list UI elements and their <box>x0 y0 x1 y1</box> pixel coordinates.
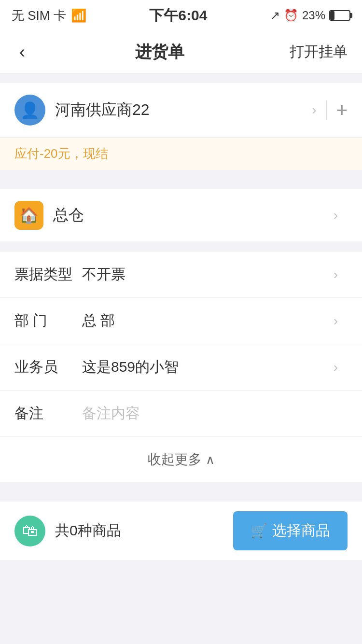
salesperson-value: 这是859的小智 <box>82 357 334 377</box>
notice-bar: 应付-20元，现结 <box>0 138 362 170</box>
warehouse-section: 🏠 总仓 › <box>0 189 362 241</box>
remark-placeholder[interactable]: 备注内容 <box>82 404 348 423</box>
wifi-icon: 📶 <box>71 8 86 23</box>
avatar: 👤 <box>14 95 45 126</box>
supplier-row[interactable]: 👤 河南供应商22 › + <box>0 83 362 138</box>
form-section: 票据类型 不开票 › 部 门 总 部 › 业务员 这是859的小智 › 备注 备… <box>0 251 362 482</box>
department-chevron: › <box>334 313 338 329</box>
invoice-type-value: 不开票 <box>82 265 334 284</box>
bottom-bar: 🛍 共0种商品 🛒 选择商品 <box>0 502 362 560</box>
battery-icon <box>329 10 350 21</box>
open-hang-button[interactable]: 打开挂单 <box>290 42 348 62</box>
nav-bar: ‹ 进货单 打开挂单 <box>0 31 362 73</box>
warehouse-icon: 🏠 <box>19 206 39 224</box>
invoice-type-chevron: › <box>334 267 338 282</box>
divider <box>326 100 327 120</box>
supplier-name: 河南供应商22 <box>55 99 312 121</box>
section-gap-3 <box>0 241 362 251</box>
location-icon: ↗ <box>270 9 280 22</box>
salesperson-row[interactable]: 业务员 这是859的小智 › <box>0 344 362 390</box>
warehouse-icon-wrap: 🏠 <box>14 201 43 230</box>
product-count-label: 共0种商品 <box>55 521 233 541</box>
supplier-section: 👤 河南供应商22 › + 应付-20元，现结 <box>0 83 362 170</box>
supplier-chevron-icon: › <box>312 102 316 118</box>
invoice-type-label: 票据类型 <box>14 265 82 284</box>
warehouse-row[interactable]: 🏠 总仓 › <box>0 189 362 241</box>
department-label: 部 门 <box>14 311 82 331</box>
status-right: ↗ ⏰ 23% <box>270 9 350 22</box>
page-title: 进货单 <box>135 41 184 63</box>
remark-label: 备注 <box>14 404 82 423</box>
section-gap-1 <box>0 73 362 83</box>
select-btn-icon: 🛒 <box>251 523 267 539</box>
select-product-label: 选择商品 <box>272 521 330 541</box>
collapse-label: 收起更多 <box>148 450 202 469</box>
select-product-button[interactable]: 🛒 选择商品 <box>233 511 348 550</box>
back-button[interactable]: ‹ <box>14 37 30 67</box>
salesperson-chevron: › <box>334 360 338 375</box>
avatar-icon: 👤 <box>20 101 40 119</box>
product-icon-wrap: 🛍 <box>14 516 45 546</box>
product-bag-icon: 🛍 <box>22 522 38 540</box>
status-bar: 无 SIM 卡 📶 下午6:04 ↗ ⏰ 23% <box>0 0 362 31</box>
time-label: 下午6:04 <box>149 6 207 26</box>
alarm-icon: ⏰ <box>284 9 298 22</box>
section-gap-4 <box>0 482 362 492</box>
section-gap-2 <box>0 170 362 180</box>
warehouse-name: 总仓 <box>53 205 334 226</box>
collapse-icon: ∧ <box>206 452 215 467</box>
warehouse-chevron-icon: › <box>334 208 338 223</box>
status-left: 无 SIM 卡 📶 <box>12 7 86 24</box>
remark-row[interactable]: 备注 备注内容 <box>0 390 362 436</box>
carrier-label: 无 SIM 卡 <box>12 7 66 24</box>
add-icon[interactable]: + <box>336 99 348 121</box>
department-row[interactable]: 部 门 总 部 › <box>0 297 362 344</box>
battery-percentage: 23% <box>302 9 325 22</box>
salesperson-label: 业务员 <box>14 357 82 377</box>
body-area <box>0 560 362 644</box>
collapse-row[interactable]: 收起更多 ∧ <box>0 436 362 482</box>
department-value: 总 部 <box>82 311 334 331</box>
invoice-type-row[interactable]: 票据类型 不开票 › <box>0 251 362 297</box>
notice-text: 应付-20元，现结 <box>14 146 108 161</box>
